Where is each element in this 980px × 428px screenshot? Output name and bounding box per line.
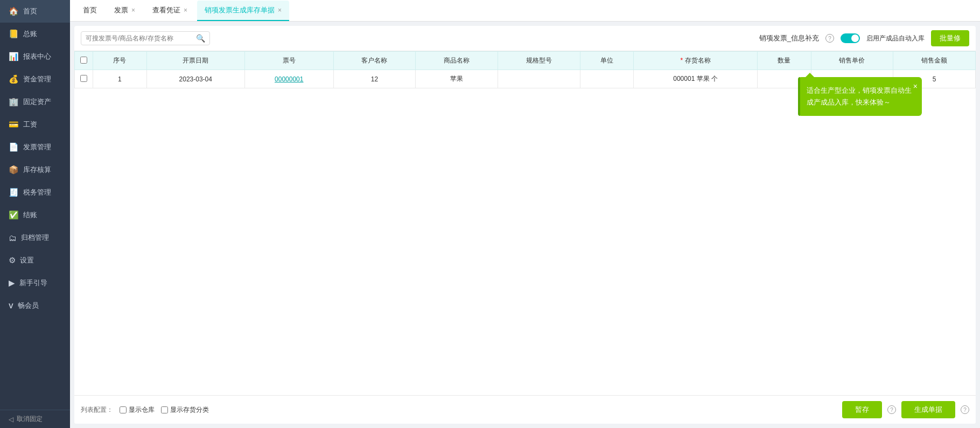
toggle-label: 启用产成品自动入库 bbox=[866, 34, 925, 43]
sidebar-item-assets[interactable]: 🏢 固定资产 bbox=[0, 91, 70, 113]
info-label: 销项发票_信息补充 bbox=[759, 33, 819, 43]
cell-unit bbox=[580, 70, 634, 88]
tab-voucher-close[interactable]: × bbox=[184, 6, 187, 14]
sidebar-item-ledger[interactable]: 📒 总账 bbox=[0, 23, 70, 45]
sidebar-item-settle[interactable]: ✅ 结账 bbox=[0, 204, 70, 226]
funds-icon: 💰 bbox=[9, 74, 19, 84]
header-amount: 销售金额 bbox=[893, 52, 976, 70]
tooltip-close-button[interactable]: × bbox=[913, 80, 918, 93]
tooltip-bar bbox=[798, 77, 800, 116]
home-icon: 🏠 bbox=[9, 6, 19, 16]
search-input[interactable] bbox=[86, 34, 196, 42]
header-inventory: 存货名称 bbox=[634, 52, 758, 70]
search-icon[interactable]: 🔍 bbox=[196, 34, 205, 43]
invoice-mgr-icon: 📄 bbox=[9, 142, 19, 152]
row-checkbox-cell[interactable] bbox=[75, 70, 93, 88]
tab-bar: 首页 发票 × 查看凭证 × 销项发票生成库存单据 × bbox=[70, 0, 980, 22]
show-warehouse-checkbox[interactable] bbox=[120, 406, 127, 413]
cell-product: 苹果 bbox=[416, 70, 498, 88]
report-icon: 📊 bbox=[9, 52, 19, 61]
tab-voucher[interactable]: 查看凭证 × bbox=[145, 1, 195, 21]
page-content: 🔍 销项发票_信息补充 ? 启用产成品自动入库 批量修 bbox=[74, 26, 976, 424]
sidebar-item-guide[interactable]: ▶ 新手引导 bbox=[0, 272, 70, 294]
header-spec: 规格型号 bbox=[498, 52, 580, 70]
header-unit: 单位 bbox=[580, 52, 634, 70]
sidebar-item-funds[interactable]: 💰 资金管理 bbox=[0, 68, 70, 91]
tab-stock[interactable]: 销项发票生成库存单据 × bbox=[197, 1, 289, 21]
main-content: 首页 发票 × 查看凭证 × 销项发票生成库存单据 × 🔍 销项发票_信息补充 … bbox=[70, 0, 980, 428]
cell-customer: 12 bbox=[333, 70, 416, 88]
cell-invoice-no[interactable]: 00000001 bbox=[244, 70, 333, 88]
table-header-row: 序号 开票日期 票号 客户名称 商品名称 规格型号 单位 存货名称 数量 销售单… bbox=[75, 52, 976, 70]
settle-icon: ✅ bbox=[9, 210, 19, 220]
show-category-checkbox[interactable] bbox=[161, 406, 168, 413]
toggle-track[interactable] bbox=[841, 33, 860, 43]
tooltip-popup: × 适合生产型企业，销项发票自动生成产成品入库，快来体验～ bbox=[798, 77, 922, 116]
sidebar-item-inventory[interactable]: 📦 库存核算 bbox=[0, 158, 70, 181]
header-checkbox[interactable] bbox=[80, 57, 87, 64]
inventory-icon: 📦 bbox=[9, 165, 19, 175]
bottom-bar: 列表配置： 显示仓库 显示存货分类 暂存 ? 生成单据 ? bbox=[74, 395, 976, 424]
sidebar-item-salary[interactable]: 💳 工资 bbox=[0, 113, 70, 136]
list-config-label: 列表配置： bbox=[81, 405, 113, 415]
salary-icon: 💳 bbox=[9, 120, 19, 129]
sidebar: 🏠 首页 📒 总账 📊 报表中心 💰 资金管理 🏢 固定资产 💳 工资 📄 发票… bbox=[0, 0, 70, 428]
header-unit-price: 销售单价 bbox=[811, 52, 893, 70]
row-checkbox[interactable] bbox=[80, 75, 87, 82]
header-customer: 客户名称 bbox=[333, 52, 416, 70]
archive-icon: 🗂 bbox=[9, 233, 17, 243]
assets-icon: 🏢 bbox=[9, 97, 19, 107]
unfix-button[interactable]: ◁ 取消固定 bbox=[0, 410, 70, 428]
show-warehouse-label[interactable]: 显示仓库 bbox=[120, 405, 155, 415]
header-qty: 数量 bbox=[757, 52, 811, 70]
tab-invoice[interactable]: 发票 × bbox=[107, 1, 143, 21]
sidebar-item-archive[interactable]: 🗂 归档管理 bbox=[0, 226, 70, 249]
header-product: 商品名称 bbox=[416, 52, 498, 70]
info-help-icon[interactable]: ? bbox=[825, 34, 834, 43]
pin-icon: ◁ bbox=[9, 416, 13, 423]
sidebar-item-settings[interactable]: ⚙ 设置 bbox=[0, 249, 70, 272]
sidebar-item-tax[interactable]: 🧾 税务管理 bbox=[0, 181, 70, 204]
header-checkbox-cell[interactable] bbox=[75, 52, 93, 70]
tooltip-text: 适合生产型企业，销项发票自动生成产成品入库，快来体验～ bbox=[807, 86, 912, 106]
bottom-actions: 暂存 ? 生成单据 ? bbox=[842, 401, 969, 418]
generate-help-icon[interactable]: ? bbox=[961, 405, 969, 414]
cell-seq: 1 bbox=[93, 70, 147, 88]
search-box[interactable]: 🔍 bbox=[81, 31, 210, 45]
header-date: 开票日期 bbox=[146, 52, 244, 70]
sidebar-item-report[interactable]: 📊 报表中心 bbox=[0, 45, 70, 68]
ledger-icon: 📒 bbox=[9, 29, 19, 39]
cell-date: 2023-03-04 bbox=[146, 70, 244, 88]
sidebar-item-member[interactable]: V 畅会员 bbox=[0, 294, 70, 317]
header-invoice-no: 票号 bbox=[244, 52, 333, 70]
show-category-label[interactable]: 显示存货分类 bbox=[161, 405, 209, 415]
batch-button[interactable]: 批量修 bbox=[931, 30, 969, 46]
sidebar-item-home[interactable]: 🏠 首页 bbox=[0, 0, 70, 23]
sidebar-item-invoice-mgr[interactable]: 📄 发票管理 bbox=[0, 136, 70, 158]
cell-spec bbox=[498, 70, 580, 88]
cell-inventory: 000001 苹果 个 bbox=[634, 70, 758, 88]
header-seq: 序号 bbox=[93, 52, 147, 70]
guide-icon: ▶ bbox=[9, 278, 15, 288]
member-icon: V bbox=[9, 302, 13, 310]
save-help-icon[interactable]: ? bbox=[887, 405, 896, 414]
save-button[interactable]: 暂存 bbox=[842, 401, 882, 418]
tab-home[interactable]: 首页 bbox=[75, 1, 104, 21]
generate-button[interactable]: 生成单据 bbox=[901, 401, 955, 418]
tax-icon: 🧾 bbox=[9, 188, 19, 197]
toolbar: 🔍 销项发票_信息补充 ? 启用产成品自动入库 批量修 bbox=[74, 26, 976, 51]
toolbar-right: 销项发票_信息补充 ? 启用产成品自动入库 批量修 bbox=[759, 30, 969, 46]
tab-stock-close[interactable]: × bbox=[278, 6, 282, 14]
toggle-thumb bbox=[851, 34, 859, 42]
toggle-switch[interactable] bbox=[841, 33, 860, 43]
settings-icon: ⚙ bbox=[9, 256, 16, 265]
tab-invoice-close[interactable]: × bbox=[131, 6, 135, 14]
